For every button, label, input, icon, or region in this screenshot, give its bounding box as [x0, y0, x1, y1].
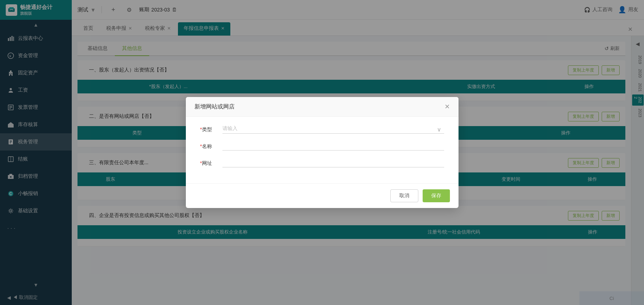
form-field-name-row: *名称: [200, 142, 444, 151]
dialog-title: 新增网站或网店: [194, 103, 235, 111]
name-label: *名称: [200, 143, 218, 150]
dialog-close-btn[interactable]: ✕: [445, 103, 450, 111]
url-label: *网址: [200, 160, 218, 167]
dialog-footer: 取消 保存: [186, 183, 459, 208]
type-input[interactable]: [222, 125, 444, 131]
dialog-header: 新增网站或网店 ✕: [186, 97, 459, 117]
dialog-overlay[interactable]: 新增网站或网店 ✕ *类型 ∨ *名: [0, 0, 644, 305]
dialog: 新增网站或网店 ✕ *类型 ∨ *名: [186, 97, 459, 208]
name-input-wrapper: [222, 142, 444, 151]
type-label: *类型: [200, 126, 218, 133]
form-field-url-row: *网址: [200, 159, 444, 167]
cancel-button[interactable]: 取消: [390, 189, 418, 202]
type-input-wrapper: ∨: [222, 125, 444, 134]
save-button[interactable]: 保存: [423, 189, 450, 202]
dialog-body: *类型 ∨ *名称: [186, 117, 459, 183]
name-input[interactable]: [222, 142, 444, 148]
form-field-type: *类型 ∨: [200, 125, 444, 134]
form-field-url: *网址: [200, 159, 444, 167]
url-input[interactable]: [222, 159, 444, 165]
form-field-type-row: *类型 ∨: [200, 125, 444, 134]
dropdown-icon[interactable]: ∨: [437, 126, 441, 133]
form-field-name: *名称: [200, 142, 444, 151]
url-input-wrapper: [222, 159, 444, 167]
